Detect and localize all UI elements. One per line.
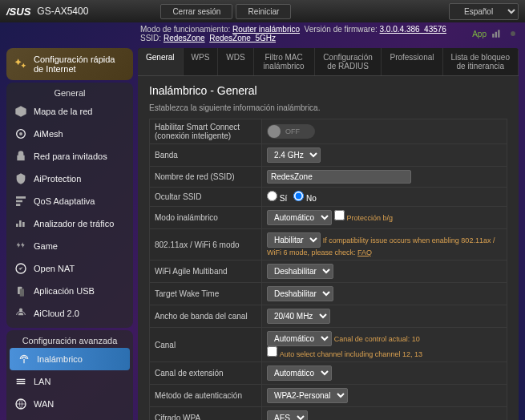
sidebar-label: Inalámbrico (37, 354, 83, 364)
nav-icon (14, 105, 27, 118)
hide-ssid-label: Ocultar SSID (150, 188, 262, 207)
svg-rect-5 (20, 289, 24, 296)
model-name: GS-AX5400 (37, 6, 88, 17)
general-heading: General (6, 86, 133, 100)
sidebar-item-qos-adaptativa[interactable]: QoS Adaptativa (6, 190, 133, 212)
sidebar-item-mapa-de-la-red[interactable]: Mapa de la red (6, 100, 133, 123)
hide-ssid-no[interactable] (293, 191, 304, 201)
app-label[interactable]: App (472, 30, 487, 38)
nav-icon (14, 375, 27, 388)
sidebar-item-lan[interactable]: LAN (6, 370, 133, 393)
tab-wds[interactable]: WDS (218, 48, 253, 75)
sidebar-item-aiprotection[interactable]: AiProtection (6, 168, 133, 190)
ssid-input[interactable] (267, 170, 411, 184)
hide-ssid-yes[interactable] (267, 191, 277, 201)
nav-icon (14, 285, 27, 297)
tab-filtro-mac-inalámbrico[interactable]: Filtro MAC inalámbrico (254, 48, 315, 75)
auth-label: Método de autenticación (150, 385, 262, 407)
sidebar-item-aimesh[interactable]: AiMesh (6, 123, 133, 145)
mode-label: Modo de funcionamiento: (140, 25, 230, 34)
sidebar-item-red-para-invitados[interactable]: Red para invitados (6, 145, 133, 168)
quick-label: Configuración rápida de Internet (34, 55, 125, 74)
agile-label: WiFi Agile Multiband (150, 260, 262, 283)
sidebar-label: AiProtection (34, 174, 81, 184)
status-icon (507, 28, 519, 39)
reboot-button[interactable]: Reiniciar (236, 4, 291, 19)
signal-icon (491, 28, 503, 39)
bandwidth-label: Ancho de banda del canal (150, 305, 262, 328)
ssid1-link[interactable]: RedesZone (164, 34, 205, 42)
page-desc: Establezca la siguiente información inal… (149, 103, 507, 112)
sidebar-label: LAN (34, 377, 50, 386)
tab-wps[interactable]: WPS (184, 48, 219, 75)
auto-include-check[interactable] (267, 346, 277, 357)
extch-label: Canal de extensión (150, 362, 262, 385)
sidebar-label: Open NAT (34, 264, 75, 273)
ax-select[interactable]: Habilitar (267, 232, 321, 248)
nav-icon (14, 127, 27, 140)
sidebar-item-open-nat[interactable]: Open NAT (6, 257, 133, 280)
nav-icon (14, 240, 27, 252)
protect-bg-check[interactable] (334, 210, 345, 220)
sidebar-label: AiMesh (34, 129, 63, 139)
bandwidth-select[interactable]: 20/40 MHz (267, 309, 330, 324)
twt-select[interactable]: Deshabilitar (267, 286, 333, 301)
ssid2-link[interactable]: RedesZone_5GHz (209, 34, 276, 42)
ssid-label: SSID: (140, 34, 161, 42)
channel-label: Canal (150, 328, 262, 362)
nav-icon (18, 353, 30, 365)
sidebar-label: Game (34, 241, 58, 251)
twt-label: Target Wake Time (150, 283, 262, 305)
sidebar-label: Mapa de la red (34, 107, 92, 116)
smartconnect-toggle[interactable]: OFF (267, 124, 315, 139)
wmode-label: Modo inalámbrico (150, 207, 262, 229)
wmode-select[interactable]: Automático (267, 210, 332, 225)
sidebar-item-amazon-alexa[interactable]: Amazon Alexa (6, 415, 133, 420)
tab-general[interactable]: General (138, 48, 184, 75)
logout-button[interactable]: Cerrar sesión (160, 4, 232, 19)
language-select[interactable]: Español (449, 3, 519, 20)
nav-icon (14, 172, 27, 185)
brand-logo: /SUS (6, 6, 30, 18)
agile-select[interactable]: Deshabilitar (267, 264, 333, 279)
tab-lista-de-bloqueo-de-itinerancia[interactable]: Lista de bloqueo de itinerancia (443, 48, 519, 75)
fw-label: Versión de firmware: (305, 25, 378, 34)
sidebar-item-analizador-de-tráfico[interactable]: Analizador de tráfico (6, 212, 133, 235)
sidebar-label: Red para invitados (34, 151, 107, 161)
sidebar-item-inalámbrico[interactable]: Inalámbrico (10, 348, 130, 370)
band-select[interactable]: 2.4 GHz (267, 147, 321, 163)
tab-configuración-de-radius[interactable]: Configuración de RADIUS (315, 48, 382, 75)
magic-icon (14, 55, 27, 73)
svg-point-0 (511, 31, 515, 36)
fw-link[interactable]: 3.0.0.4.386_43576 (380, 25, 446, 34)
sidebar-item-aplicación-usb[interactable]: Aplicación USB (6, 280, 133, 302)
channel-select[interactable]: Automático (267, 331, 332, 346)
sidebar-label: Analizador de tráfico (34, 219, 114, 228)
wpaenc-select[interactable]: AES (267, 410, 308, 420)
ssid-label-row: Nombre de red (SSID) (150, 167, 262, 188)
nav-icon (14, 307, 27, 320)
wpaenc-label: Cifrado WPA (150, 407, 262, 421)
nav-icon (14, 195, 27, 208)
nav-icon (14, 217, 27, 230)
tab-professional[interactable]: Professional (382, 48, 442, 75)
faq-link[interactable]: FAQ (357, 248, 372, 256)
quick-setup[interactable]: Configuración rápida de Internet (6, 48, 133, 80)
auth-select[interactable]: WPA2-Personal (267, 388, 348, 403)
page-title: Inalámbrico - General (149, 84, 507, 97)
smartconnect-label: Habilitar Smart Connect (conexión inteli… (150, 119, 262, 144)
sidebar-item-aicloud-2.0[interactable]: AiCloud 2.0 (6, 302, 133, 325)
sidebar-label: Aplicación USB (34, 286, 95, 296)
sidebar-label: AiCloud 2.0 (34, 309, 79, 318)
nav-icon (14, 150, 27, 163)
ax-label: 802.11ax / WiFi 6 modo (150, 229, 262, 260)
mode-link[interactable]: Router inalámbrico (232, 25, 300, 34)
advanced-heading: Configuración avanzada (6, 333, 133, 348)
nav-icon (14, 262, 27, 275)
sidebar-label: WAN (34, 399, 54, 409)
sidebar-item-game[interactable]: Game (6, 235, 133, 257)
sidebar-item-wan[interactable]: WAN (6, 393, 133, 415)
extch-select[interactable]: Automático (267, 365, 332, 381)
svg-point-2 (19, 132, 22, 135)
nav-icon (14, 398, 27, 410)
